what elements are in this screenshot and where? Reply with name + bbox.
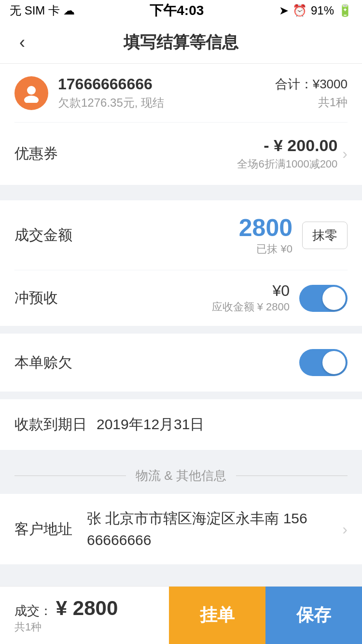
content-area: 17666666666 欠款1276.35元, 现结 合计：¥3000 共1种 … <box>0 64 362 642</box>
logistics-line-right <box>236 476 348 476</box>
coupon-row[interactable]: 优惠券 - ¥ 200.00 全场6折满1000减200 › <box>0 123 362 185</box>
amount-section: 成交金额 2800 已抹 ¥0 抹零 冲预收 ¥0 应收金额 ¥ 2800 <box>0 200 362 326</box>
back-button[interactable]: ‹ <box>14 28 30 57</box>
address-section: 客户地址 张 北京市市辖区海淀区永丰南 156 66666666 › <box>0 494 362 564</box>
address-value: 张 北京市市辖区海淀区永丰南 156 66666666 <box>87 507 342 551</box>
amount-right: 2800 已抹 ¥0 抹零 <box>239 214 348 256</box>
battery-text: 91% <box>311 4 334 17</box>
address-chevron-icon: › <box>342 520 348 538</box>
svg-point-0 <box>27 86 36 95</box>
customer-row: 17666666666 欠款1276.35元, 现结 合计：¥3000 共1种 <box>0 64 362 122</box>
avatar <box>14 76 48 110</box>
total-label: 合计：¥3000 <box>275 76 348 93</box>
amount-value: 2800 <box>239 214 292 242</box>
amount-label: 成交金额 <box>14 225 72 245</box>
coupon-label: 优惠券 <box>14 144 58 164</box>
amount-value-wrap: 2800 已抹 ¥0 <box>239 214 292 256</box>
customer-right: 合计：¥3000 共1种 <box>275 76 348 110</box>
customer-left: 17666666666 欠款1276.35元, 现结 <box>14 75 164 111</box>
bottom-bar: 成交： ¥ 2800 共1种 挂单 保存 <box>0 586 362 644</box>
bottom-deal-amount: ¥ 2800 <box>56 597 118 619</box>
hang-order-button[interactable]: 挂单 <box>169 587 265 644</box>
coupon-desc: 全场6折满1000减200 <box>237 157 337 171</box>
bottom-deal-row: 成交： ¥ 2800 <box>14 597 154 620</box>
customer-card: 17666666666 欠款1276.35元, 现结 合计：¥3000 共1种 … <box>0 64 362 185</box>
status-time: 下午4:03 <box>150 1 204 20</box>
status-right: ➤ ⏰ 91% 🔋 <box>279 4 352 17</box>
alarm-icon: ⏰ <box>292 4 307 17</box>
battery-icon: 🔋 <box>338 4 352 17</box>
due-value: 2019年12月31日 <box>97 415 204 434</box>
bottom-summary: 成交： ¥ 2800 共1种 <box>0 597 169 634</box>
location-icon: ➤ <box>279 4 289 17</box>
due-section: 收款到期日 2019年12月31日 <box>0 399 362 450</box>
save-button[interactable]: 保存 <box>265 587 362 644</box>
section-gap-4 <box>0 450 362 458</box>
coupon-right: - ¥ 200.00 全场6折满1000减200 › <box>237 136 348 171</box>
debit-label: 本单赊欠 <box>14 353 72 373</box>
section-gap-1 <box>0 193 362 200</box>
address-label: 客户地址 <box>14 519 72 539</box>
customer-info: 17666666666 欠款1276.35元, 现结 <box>58 75 164 111</box>
status-bar: 无 SIM 卡 ☁ 下午4:03 ➤ ⏰ 91% 🔋 <box>0 0 362 21</box>
chevron-right-icon: › <box>342 145 348 163</box>
section-gap-2 <box>0 326 362 334</box>
customer-sub: 欠款1276.35元, 现结 <box>58 95 164 111</box>
prepay-right: ¥0 应收金额 ¥ 2800 <box>212 282 348 314</box>
due-row: 收款到期日 2019年12月31日 <box>14 399 348 450</box>
logistics-label: 物流 & 其他信息 <box>136 467 226 484</box>
status-left: 无 SIM 卡 ☁ <box>10 3 75 18</box>
nav-bar: ‹ 填写结算等信息 <box>0 21 362 64</box>
section-gap-3 <box>0 392 362 399</box>
amount-sub: 已抹 ¥0 <box>239 242 292 256</box>
prepay-value-wrap: ¥0 应收金额 ¥ 2800 <box>212 282 290 314</box>
debit-toggle[interactable] <box>299 349 348 376</box>
coupon-value: - ¥ 200.00 全场6折满1000减200 <box>237 136 337 171</box>
logistics-divider: 物流 & 其他信息 <box>0 458 362 494</box>
customer-phone: 17666666666 <box>58 75 164 93</box>
svg-point-1 <box>24 96 39 103</box>
due-label: 收款到期日 <box>14 415 87 434</box>
prepay-toggle[interactable] <box>299 285 348 312</box>
avatar-icon <box>22 84 41 103</box>
bottom-deal-count: 共1种 <box>14 620 154 634</box>
round-off-button[interactable]: 抹零 <box>302 222 348 249</box>
debit-row: 本单赊欠 <box>14 334 348 392</box>
page-title: 填写结算等信息 <box>124 31 238 54</box>
total-count: 共1种 <box>275 95 348 110</box>
amount-row: 成交金额 2800 已抹 ¥0 抹零 <box>14 200 348 270</box>
prepay-row: 冲预收 ¥0 应收金额 ¥ 2800 <box>14 270 348 326</box>
logistics-line-left <box>14 476 126 476</box>
signal-text: 无 SIM 卡 ☁ <box>10 3 75 18</box>
prepay-value: ¥0 <box>212 282 290 300</box>
bottom-deal-label: 成交： <box>14 603 52 618</box>
coupon-amount: - ¥ 200.00 <box>237 136 337 155</box>
prepay-label: 冲预收 <box>14 288 58 308</box>
prepay-sub: 应收金额 ¥ 2800 <box>212 300 290 314</box>
address-row[interactable]: 客户地址 张 北京市市辖区海淀区永丰南 156 66666666 › <box>14 494 348 564</box>
debit-section: 本单赊欠 <box>0 334 362 392</box>
